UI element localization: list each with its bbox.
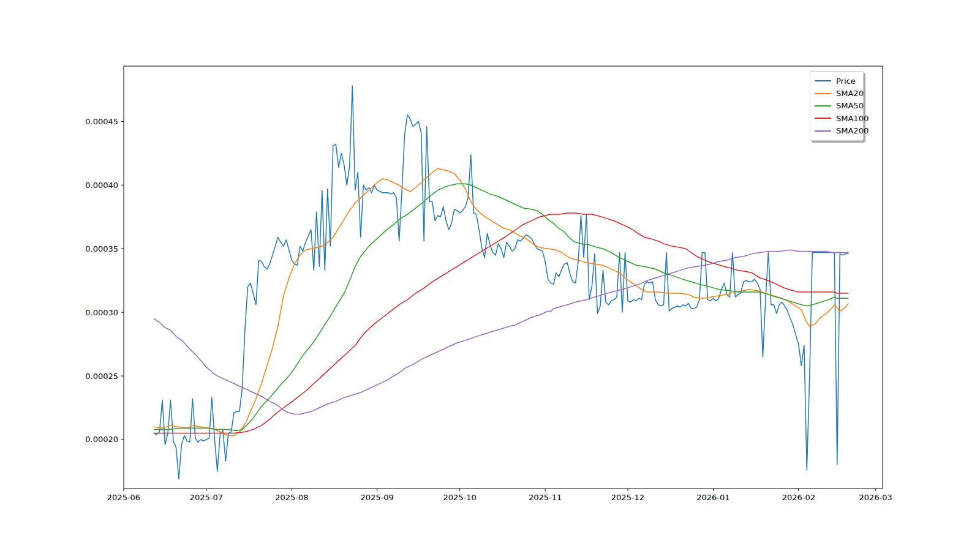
- x-tick-label: 2025-07: [190, 493, 223, 502]
- sma20-line: [154, 168, 848, 435]
- legend-item-sma20: SMA20: [815, 87, 859, 99]
- x-tick-label: 2025-09: [361, 493, 394, 502]
- price-line-swatch: [815, 80, 831, 81]
- x-tick-label: 2025-11: [529, 493, 562, 502]
- x-tick-label: 2026-02: [782, 493, 815, 502]
- x-tick-label: 2026-01: [696, 493, 729, 502]
- legend-item-sma50: SMA50: [815, 100, 859, 112]
- legend-label-sma50: SMA50: [836, 102, 864, 110]
- x-tick-label: 2025-12: [611, 493, 644, 502]
- y-tick-label: 0.00030: [85, 308, 118, 317]
- axes-frame: [124, 66, 883, 489]
- legend-label-sma100: SMA100: [836, 114, 869, 122]
- y-tick-label: 0.00020: [85, 435, 118, 444]
- legend-label-sma200: SMA200: [836, 127, 869, 135]
- x-tick-label: 2026-03: [859, 493, 892, 502]
- y-tick-label: 0.00040: [85, 181, 118, 190]
- legend-item-sma100: SMA100: [815, 112, 859, 124]
- sma100-line: [154, 213, 848, 433]
- chart-figure: 2025-062025-072025-082025-092025-102025-…: [0, 0, 980, 551]
- sma100-line-swatch: [815, 118, 831, 119]
- legend-label-price: Price: [836, 77, 856, 85]
- x-tick-label: 2025-10: [443, 493, 477, 502]
- legend-item-price: Price: [815, 75, 859, 87]
- legend-label-sma20: SMA20: [836, 89, 864, 97]
- legend: Price SMA20 SMA50 SMA100 SMA200: [810, 71, 864, 141]
- x-tick-label: 2025-08: [275, 493, 308, 502]
- sma20-line-swatch: [815, 93, 831, 94]
- y-tick-label: 0.00045: [85, 117, 118, 126]
- legend-item-sma200: SMA200: [815, 125, 859, 137]
- price-line: [154, 86, 848, 479]
- y-tick-label: 0.00025: [85, 372, 118, 381]
- sma50-line-swatch: [815, 105, 831, 107]
- y-tick-label: 0.00035: [85, 244, 118, 253]
- x-tick-label: 2025-06: [107, 493, 140, 502]
- sma200-line-swatch: [815, 130, 831, 132]
